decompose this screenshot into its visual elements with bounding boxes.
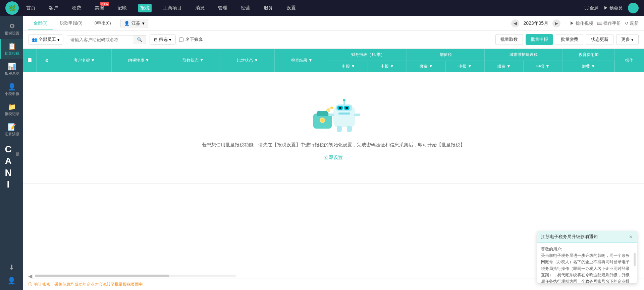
- emp-label: 全部员工: [39, 37, 56, 43]
- nav-fees[interactable]: 收费: [70, 4, 83, 12]
- scroll-track: [35, 275, 236, 277]
- svg-rect-16: [347, 126, 352, 132]
- more-dropdown-icon: ▾: [631, 37, 634, 42]
- batch-pay-btn[interactable]: 批量缴费: [556, 34, 583, 45]
- empty-state: 若您想使用批量报税功能，请先在【报税设置】中进行报税的初始化设置，完成密码验证和…: [26, 75, 641, 181]
- th-fetch-status: 取数状态 ▼: [166, 49, 220, 72]
- th-check-result: 检查结果 ▼: [275, 49, 329, 72]
- setup-link[interactable]: 立即设置: [324, 155, 343, 161]
- svg-rect-12: [338, 113, 350, 115]
- th-financial-report: 财务报表（月/季）: [329, 49, 407, 61]
- notif-close-btn[interactable]: ✕: [629, 234, 633, 239]
- sidebar-item-tax-records[interactable]: 📁 报税记录: [0, 99, 23, 120]
- account-checkbox-label[interactable]: 名下账套: [179, 37, 203, 43]
- tab-zero-declare[interactable]: 0申报(0): [89, 17, 116, 29]
- scroll-thumb[interactable]: [35, 275, 169, 277]
- svg-point-4: [326, 108, 330, 112]
- notif-minimize-btn[interactable]: —: [622, 234, 626, 239]
- tax-settings-icon: ⚙: [9, 22, 15, 30]
- nav-tax[interactable]: 报税: [138, 4, 152, 12]
- tab-tax-declare[interactable]: 税款申报(0): [54, 17, 88, 29]
- employee-selector[interactable]: 👥 全部员工 ▾: [28, 34, 63, 45]
- tax-records-icon: 📁: [8, 103, 16, 111]
- nav-accounting[interactable]: 记账: [115, 4, 129, 12]
- search-button[interactable]: 🔍: [133, 35, 146, 44]
- sidebar-item-tax-settings[interactable]: ⚙ 报税设置: [0, 19, 23, 39]
- new-badge: NEW: [100, 2, 109, 6]
- fullscreen-btn[interactable]: ⛶ 全屏: [584, 5, 599, 11]
- nav-settings[interactable]: 设置: [284, 4, 298, 12]
- region-label: 江苏: [131, 20, 140, 26]
- svg-rect-15: [337, 126, 342, 132]
- notification-header: 江苏电子税务局升级影响通知 — ✕: [537, 231, 637, 243]
- sidebar-item-settlement[interactable]: 📝 汇算清缴: [0, 120, 23, 140]
- sidebar-label-batch-tax: 批量报税: [5, 51, 19, 56]
- top-navigation: 🌿 首页 客户 收费 票据 NEW 记账 报税 工商项目 消息 管理 经营 服务…: [0, 0, 644, 16]
- download-icon[interactable]: ⬇: [9, 263, 14, 271]
- sidebar-item-tax-overview[interactable]: 📊 报税总览: [0, 59, 23, 79]
- svg-point-18: [343, 99, 345, 101]
- th-checkbox: [23, 49, 37, 72]
- toolbar-right-buttons: 批量取数 批量申报 批量缴费 状态更新 更多 ▾: [495, 34, 639, 45]
- nav-home[interactable]: 首页: [24, 4, 38, 12]
- toolbar: 👥 全部员工 ▾ 🔍 ⊟ 筛选 ▾ 名下账套 批量取数 批量申报 批量缴费: [23, 31, 644, 49]
- robot-illustration: [307, 95, 360, 135]
- scroll-left-btn[interactable]: ◀: [28, 273, 32, 279]
- sidebar-bottom: ⬇ 👤: [7, 263, 16, 290]
- region-icon: 👤: [124, 21, 129, 26]
- status-update-btn[interactable]: 状态更新: [586, 34, 613, 45]
- filter-label: 筛选: [159, 37, 168, 43]
- sidebar-item-personal-tax[interactable]: 👤 个税申报: [0, 79, 23, 99]
- th-city-pay: 缴费 ▼: [485, 61, 524, 72]
- nav-invoice[interactable]: 票据 NEW: [93, 4, 106, 12]
- notification-scroll-thumb[interactable]: [634, 253, 636, 266]
- search-input[interactable]: [67, 35, 134, 44]
- region-selector[interactable]: 👤 江苏 ▾: [120, 19, 148, 28]
- nav-manage[interactable]: 管理: [216, 4, 229, 12]
- sidebar-label-tax-overview: 报税总览: [5, 71, 19, 76]
- account-checkbox[interactable]: [179, 38, 183, 42]
- notification-body-wrapper: 尊敬的用户: 受当前电子税务局进一步升级的影响，同一个政务网账号（办税人）名下的…: [537, 243, 637, 283]
- prev-month-btn[interactable]: ◀: [511, 19, 519, 27]
- refresh-btn[interactable]: ↺ 刷新: [625, 20, 639, 26]
- empty-text: 若您想使用批量报税功能，请先在【报税设置】中进行报税的初始化设置，完成密码验证和…: [202, 142, 465, 148]
- th-operation: 操作: [615, 49, 644, 72]
- batch-tax-icon: 📋: [8, 42, 16, 50]
- manual-btn[interactable]: 📖 操作手册: [597, 20, 621, 26]
- nav-business[interactable]: 工商项目: [161, 4, 184, 12]
- nav-operation[interactable]: 经营: [239, 4, 252, 12]
- next-month-btn[interactable]: ▶: [552, 19, 560, 27]
- batch-fetch-btn[interactable]: 批量取数: [495, 34, 523, 45]
- svg-rect-10: [339, 107, 341, 109]
- svg-rect-14: [354, 114, 360, 116]
- tax-overview-icon: 📊: [8, 62, 16, 70]
- select-all-checkbox[interactable]: [28, 58, 32, 62]
- nav-message[interactable]: 消息: [193, 4, 207, 12]
- filter-button[interactable]: ⊟ 筛选 ▾: [150, 34, 176, 45]
- bottom-bar-text: 验证账密、采集信息均成功的企业才会流转至批量报税页面中: [34, 282, 143, 287]
- svg-point-5: [330, 106, 333, 109]
- svg-rect-11: [345, 107, 348, 109]
- notification-scrollbar: [634, 243, 636, 283]
- user-profile-icon[interactable]: 👤: [7, 277, 16, 285]
- tab-all[interactable]: 全部(0): [28, 17, 53, 29]
- month-navigator: ◀ 2023年05月 ▶: [511, 19, 560, 27]
- more-btn[interactable]: 更多 ▾: [616, 34, 639, 45]
- tab-bar: 全部(0) 税款申报(0) 0申报(0) 👤 江苏 ▾ ◀ 2023年05月 ▶…: [23, 16, 644, 31]
- svg-rect-1: [317, 111, 328, 116]
- th-vat-declare: 申报 ▼: [368, 61, 407, 72]
- th-compare-status: 比对状态 ▼: [220, 49, 275, 72]
- video-tutorial-btn[interactable]: ▶ 操作视频: [570, 20, 593, 26]
- nav-service[interactable]: 服务: [262, 4, 275, 12]
- nav-customer[interactable]: 客户: [47, 4, 60, 12]
- svg-rect-13: [328, 114, 334, 116]
- app-logo: 🌿: [5, 1, 19, 15]
- tab-declare-count: (0): [77, 20, 83, 25]
- batch-declare-btn[interactable]: 批量申报: [526, 34, 553, 45]
- th-fin-declare: 申报 ▼: [329, 61, 368, 72]
- membership-btn[interactable]: ▶ 畅会员: [604, 5, 623, 11]
- user-avatar[interactable]: [628, 3, 639, 13]
- sidebar-label-settlement: 汇算清缴: [5, 132, 19, 136]
- sidebar-item-batch-tax[interactable]: 📋 批量报税: [0, 39, 23, 59]
- tax-table: ⚙ 客户名称 ▼ 纳税性质 ▼ 取数状态 ▼ 比对状态 ▼ 检查结果 ▼ 财务报…: [23, 49, 644, 184]
